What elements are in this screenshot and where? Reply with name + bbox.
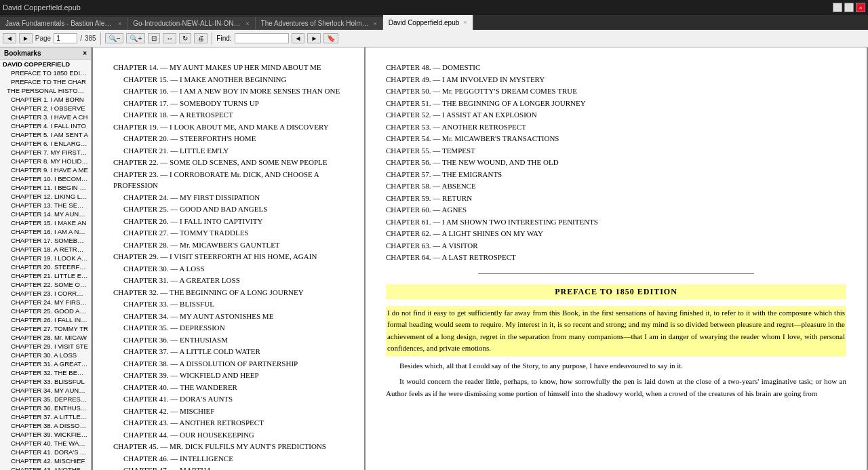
right-toc-entry-16: CHAPTER 64. — A LAST RETROSPECT: [386, 252, 846, 263]
left-toc-entry-19: CHAPTER 33. — BLISSFUL: [113, 298, 344, 310]
sidebar-item-36[interactable]: CHAPTER 33. BLISSFUL: [0, 377, 91, 386]
forward-button[interactable]: ►: [19, 33, 33, 43]
left-toc-entry-1: CHAPTER 15. — I MAKE ANOTHER BEGINNING: [113, 74, 344, 85]
tab-go-close[interactable]: ×: [245, 20, 249, 27]
sidebar-item-38[interactable]: CHAPTER 35. DEPRESSIOI: [0, 395, 91, 404]
left-toc-entry-2: CHAPTER 16. — I AM A NEW BOY IN MORE SEN…: [113, 85, 344, 97]
sidebar-item-28[interactable]: CHAPTER 25. GOOD AND: [0, 307, 91, 315]
sidebar-item-12[interactable]: CHAPTER 9. I HAVE A ME: [0, 165, 91, 174]
sidebar-item-31[interactable]: CHAPTER 28. Mr. MICAW: [0, 333, 91, 342]
sidebar-item-7[interactable]: CHAPTER 4. I FALL INTO: [0, 121, 91, 130]
nav-next-button[interactable]: ►: [307, 33, 321, 43]
left-toc-entry-25: CHAPTER 39. — WICKFIELD AND HEEP: [113, 370, 344, 381]
sidebar-item-19[interactable]: CHAPTER 16. I AM A NEW: [0, 227, 91, 236]
rotate-button[interactable]: ↻: [179, 33, 191, 43]
sidebar-item-26[interactable]: CHAPTER 23. I CORROBO: [0, 289, 91, 298]
minimize-button[interactable]: —: [833, 3, 842, 12]
sidebar-item-0[interactable]: DAVID COPPERFIELD: [0, 60, 91, 68]
sidebar-item-32[interactable]: CHAPTER 29. I VISIT STE: [0, 342, 91, 351]
sidebar-item-23[interactable]: CHAPTER 20. STEERFORTH: [0, 262, 91, 271]
tab-david[interactable]: David Copperfield.epub ×: [383, 15, 473, 30]
close-button[interactable]: ×: [856, 3, 865, 12]
left-toc-entry-16: CHAPTER 30. — A LOSS: [113, 263, 344, 275]
left-toc-entry-14: CHAPTER 28. — Mr. MICAWBER'S GAUNTLET: [113, 239, 344, 251]
sidebar-item-14[interactable]: CHAPTER 11. I BEGIN LIFE: [0, 183, 91, 192]
fit-page-button[interactable]: ⊡: [148, 33, 160, 43]
tab-sherlock[interactable]: The Adventures of Sherlock Holmes.epub ×: [256, 17, 383, 30]
tab-java[interactable]: Java Fundamentals - Bastion Alearc.epub …: [0, 17, 127, 30]
content-area: CHAPTER 14. — MY AUNT MAKES UP HER MIND …: [92, 47, 868, 470]
sidebar-item-9[interactable]: CHAPTER 6. I ENLARGE M: [0, 139, 91, 148]
right-toc-entry-1: CHAPTER 49. — I AM INVOLVED IN MYSTERY: [386, 74, 846, 85]
sidebar-item-35[interactable]: CHAPTER 32. THE BEGINI: [0, 368, 91, 377]
left-toc-entry-29: CHAPTER 43. — ANOTHER RETROSPECT: [113, 417, 344, 429]
sidebar-item-34[interactable]: CHAPTER 31. A GREATER: [0, 359, 91, 368]
right-toc-entry-7: CHAPTER 55. — TEMPEST: [386, 145, 846, 157]
left-toc-entry-4: CHAPTER 18. — A RETROSPECT: [113, 109, 344, 121]
sidebar-item-3[interactable]: THE PERSONAL HISTORY AN: [0, 86, 91, 95]
find-input[interactable]: [235, 33, 289, 43]
tab-java-close[interactable]: ×: [118, 20, 121, 27]
sidebar-item-1[interactable]: PREFACE TO 1850 EDITIO: [0, 68, 91, 77]
sidebar-item-42[interactable]: CHAPTER 39. WICKFIELD: [0, 430, 91, 439]
sidebar-item-13[interactable]: CHAPTER 10. I BECOME P: [0, 174, 91, 183]
left-toc-entry-31: CHAPTER 45. — MR. DICK FULFILS MY AUNT'S…: [113, 441, 344, 452]
sidebar-close-icon[interactable]: ×: [83, 50, 87, 57]
tab-david-close[interactable]: ×: [463, 19, 467, 26]
tab-go[interactable]: Go-Introduction-NEW-ALL-IN-ONE-PLANS.asp…: [127, 17, 255, 30]
sidebar-item-4[interactable]: CHAPTER 1. I AM BORN: [0, 95, 91, 104]
sidebar-item-45[interactable]: CHAPTER 42. MISCHIEF: [0, 456, 91, 465]
sidebar-item-40[interactable]: CHAPTER 37. A LITTLE CO: [0, 412, 91, 421]
sidebar-item-8[interactable]: CHAPTER 5. I AM SENT A: [0, 130, 91, 139]
right-page[interactable]: CHAPTER 48. — DOMESTICCHAPTER 49. — I AM…: [366, 47, 867, 470]
sidebar-item-39[interactable]: CHAPTER 36. ENTHUSIAS: [0, 404, 91, 412]
sidebar-item-43[interactable]: CHAPTER 40. THE WAND: [0, 439, 91, 448]
sidebar-item-17[interactable]: CHAPTER 14. MY AUNT M: [0, 210, 91, 218]
toolbar-sep1: [100, 33, 101, 45]
sidebar-item-18[interactable]: CHAPTER 15. I MAKE AN: [0, 218, 91, 227]
print-button[interactable]: 🖨: [194, 33, 208, 43]
back-button[interactable]: ◄: [3, 33, 16, 43]
sidebar-item-30[interactable]: CHAPTER 27. TOMMY TR: [0, 324, 91, 333]
sidebar-item-33[interactable]: CHAPTER 30. A LOSS: [0, 351, 91, 359]
zoom-in-button[interactable]: 🔍+: [126, 33, 145, 43]
left-toc-entry-8: CHAPTER 22. — SOME OLD SCENES, AND SOME …: [113, 157, 344, 168]
title-bar: David Copperfield.epub — □ ×: [0, 0, 868, 15]
bookmark-button[interactable]: 🔖: [323, 33, 338, 43]
sidebar-item-24[interactable]: CHAPTER 21. LITTLE EM'L: [0, 271, 91, 280]
right-toc-entry-0: CHAPTER 48. — DOMESTIC: [386, 62, 846, 73]
fit-width-button[interactable]: ↔: [163, 33, 176, 43]
preface-para-2: It would concern the reader little, perh…: [386, 376, 846, 399]
sidebar-item-2[interactable]: PREFACE TO THE CHAR: [0, 77, 91, 86]
left-toc-entry-21: CHAPTER 35. — DEPRESSION: [113, 322, 344, 334]
sidebar-item-5[interactable]: CHAPTER 2. I OBSERVE: [0, 104, 91, 113]
main-layout: Bookmarks × DAVID COPPERFIELDPREFACE TO …: [0, 47, 868, 470]
sidebar-item-44[interactable]: CHAPTER 41. DORA'S AU: [0, 448, 91, 456]
right-toc-entry-14: CHAPTER 62. — A LIGHT SHINES ON MY WAY: [386, 228, 846, 239]
sidebar-item-46[interactable]: CHAPTER 43. ANOTHER R: [0, 465, 91, 470]
sidebar-item-16[interactable]: CHAPTER 13. THE SEQUE: [0, 201, 91, 210]
sidebar-item-27[interactable]: CHAPTER 24. MY FIRST D: [0, 298, 91, 307]
tab-sherlock-close[interactable]: ×: [374, 20, 377, 27]
sidebar-item-6[interactable]: CHAPTER 3. I HAVE A CH: [0, 113, 91, 121]
left-toc-entry-27: CHAPTER 41. — DORA'S AUNTS: [113, 393, 344, 405]
sidebar-item-21[interactable]: CHAPTER 18. A RETROSPE: [0, 245, 91, 254]
page-input[interactable]: [54, 33, 77, 43]
sidebar-item-37[interactable]: CHAPTER 34. MY AUNT A: [0, 386, 91, 395]
window-controls[interactable]: — □ ×: [833, 3, 865, 12]
sidebar-item-10[interactable]: CHAPTER 7. MY FIRST H.: [0, 148, 91, 157]
right-toc-entry-10: CHAPTER 58. — ABSENCE: [386, 180, 846, 192]
sidebar-item-25[interactable]: CHAPTER 22. SOME OLD: [0, 280, 91, 289]
left-page[interactable]: CHAPTER 14. — MY AUNT MAKES UP HER MIND …: [93, 47, 364, 470]
zoom-out-button[interactable]: 🔍−: [105, 33, 124, 43]
section-divider: [478, 273, 754, 274]
sidebar-item-11[interactable]: CHAPTER 8. MY HOLIDAY: [0, 157, 91, 165]
left-toc-entry-10: CHAPTER 24. — MY FIRST DISSIPATION: [113, 192, 344, 203]
maximize-button[interactable]: □: [844, 3, 854, 12]
sidebar-item-20[interactable]: CHAPTER 17. SOMEBODY: [0, 236, 91, 245]
sidebar-item-22[interactable]: CHAPTER 19. I LOOK ABC: [0, 254, 91, 262]
sidebar-item-15[interactable]: CHAPTER 12. LIKING LIFE: [0, 192, 91, 201]
nav-prev-button[interactable]: ◄: [292, 33, 305, 43]
sidebar-item-29[interactable]: CHAPTER 26. I FALL INTC: [0, 315, 91, 324]
sidebar-item-41[interactable]: CHAPTER 38. A DISSOLUT: [0, 421, 91, 430]
